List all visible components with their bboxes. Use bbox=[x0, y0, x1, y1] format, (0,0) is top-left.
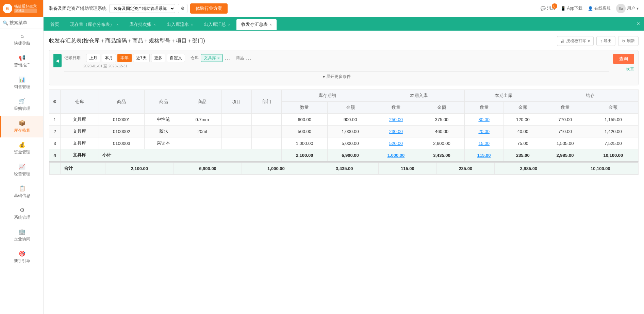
sidebar-item-basic-info[interactable]: 📋 基础信息 bbox=[0, 181, 43, 203]
subtotal-row: 4 文具库 小计 2,100.00 6,900.00 1,000.00 3,43… bbox=[49, 149, 639, 161]
row-out-qty[interactable]: 80.00 bbox=[465, 114, 503, 126]
message-action[interactable]: 💬 消息 6 bbox=[541, 5, 555, 11]
settings-gear-button[interactable]: ⚙ bbox=[178, 4, 187, 13]
row-close-amt: 1,155.00 bbox=[588, 114, 638, 126]
sidebar-item-quick-nav[interactable]: ⌂ 快捷导航 bbox=[0, 29, 43, 50]
sales-icon: 📊 bbox=[19, 76, 26, 83]
tab-batch[interactable]: 库存批次账 × bbox=[125, 19, 160, 30]
header-right: 💬 消息 6 📱 App下载 👤 在线客服 Ea 用户 ▾ bbox=[541, 4, 639, 13]
tab-close-inout-summary[interactable]: × bbox=[228, 22, 230, 27]
row-warehouse: 文具库 bbox=[61, 126, 99, 137]
row-open-amt: 900.00 bbox=[327, 114, 373, 126]
tab-close-stock-dist[interactable]: × bbox=[116, 22, 118, 27]
col-close-qty: 数量 bbox=[542, 102, 588, 114]
system-select[interactable]: 装备及固定资产辅助管理系统 bbox=[109, 4, 175, 13]
date-btn-last-month[interactable]: 上月 bbox=[86, 54, 100, 62]
row-in-qty[interactable]: 230.00 bbox=[373, 126, 419, 137]
export-button[interactable]: ↑ 导出 bbox=[596, 36, 615, 46]
table-row: 1 文具库 0100001 中性笔 0.7mm 600.00 900.00 25… bbox=[49, 114, 639, 126]
row-warehouse: 文具库 bbox=[61, 137, 99, 149]
footer-total-table: 合计 2,100.00 6,900.00 1,000.00 3,435.00 1… bbox=[49, 162, 638, 175]
export-icon: ↑ bbox=[600, 39, 602, 44]
query-button[interactable]: 查询 bbox=[613, 54, 634, 64]
footer-total-bar: 合计 2,100.00 6,900.00 1,000.00 3,435.00 1… bbox=[49, 161, 639, 175]
tab-receive-summary[interactable]: 收发存汇总表 × bbox=[236, 19, 277, 30]
refresh-button[interactable]: ↻ 刷新 bbox=[618, 36, 639, 46]
chevron-down-icon: ▾ bbox=[637, 6, 639, 11]
goods-more-dots[interactable]: ... bbox=[246, 55, 251, 61]
subtotal-in-qty[interactable]: 1,000.00 bbox=[373, 149, 419, 161]
sidebar-item-sales[interactable]: 📊 销售管理 bbox=[0, 72, 43, 94]
sidebar-item-purchase[interactable]: 🛒 采购管理 bbox=[0, 94, 43, 116]
row-project bbox=[221, 137, 251, 149]
page-title-bar: 收发存汇总表(按仓库＋商品编码＋商品＋规格型号＋项目＋部门) 🖨 按模板打印 ▾… bbox=[49, 36, 639, 46]
row-open-amt: 5,000.00 bbox=[327, 137, 373, 149]
trial-button[interactable]: 体验行业方案 bbox=[190, 3, 228, 14]
row-open-qty: 500.00 bbox=[282, 126, 327, 137]
sidebar-item-inventory[interactable]: 📦 库存核算 bbox=[0, 116, 43, 137]
row-department bbox=[252, 126, 282, 137]
tab-inout-summary[interactable]: 出入库汇总 × bbox=[199, 19, 235, 30]
tab-stock-dist[interactable]: 现存量（库存分布表） × bbox=[65, 19, 123, 30]
filter-right: 查询 设置 bbox=[609, 54, 634, 72]
total-in-amt: 3,435.00 bbox=[310, 162, 379, 175]
user-action[interactable]: Ea 用户 ▾ bbox=[616, 4, 639, 13]
tab-close-batch[interactable]: × bbox=[153, 22, 155, 27]
filter-goods: 商品 ... bbox=[236, 55, 251, 61]
tab-inout-flow[interactable]: 出入库流水 × bbox=[162, 19, 198, 30]
filter-settings-link[interactable]: 设置 bbox=[626, 66, 634, 72]
sidebar-item-enterprise[interactable]: 🏢 企业协同 bbox=[0, 225, 43, 246]
sidebar-item-system[interactable]: ⚙ 系统管理 bbox=[0, 203, 43, 225]
row-in-qty[interactable]: 520.00 bbox=[373, 137, 419, 149]
page-inner: 收发存汇总表(按仓库＋商品编码＋商品＋规格型号＋项目＋部门) 🖨 按模板打印 ▾… bbox=[44, 31, 644, 314]
total-close-qty: 2,985.00 bbox=[494, 162, 563, 175]
row-in-qty[interactable]: 250.00 bbox=[373, 114, 419, 126]
row-goods-name: 胶水 bbox=[145, 126, 183, 137]
sidebar-logo: 6 畅捷通好生意 标准版 bbox=[0, 0, 43, 17]
col-close-amt: 金额 bbox=[588, 102, 638, 114]
sidebar-item-finance[interactable]: 💰 资金管理 bbox=[0, 137, 43, 159]
filter-toggle-button[interactable]: ◀ bbox=[53, 54, 62, 67]
subtotal-no: 4 bbox=[49, 149, 61, 161]
date-btn-last-7[interactable]: 近7天 bbox=[133, 54, 150, 62]
sidebar-item-marketing[interactable]: 📢 营销推广 bbox=[0, 50, 43, 72]
date-btn-custom[interactable]: 自定义 bbox=[167, 54, 185, 62]
row-close-qty: 770.00 bbox=[542, 114, 588, 126]
warehouse-label: 仓库 bbox=[191, 55, 199, 61]
tab-close-receive-summary[interactable]: × bbox=[270, 22, 272, 27]
tabs-close-all-button[interactable]: × bbox=[634, 21, 643, 27]
row-in-amt: 2,600.00 bbox=[419, 137, 464, 149]
logo-icon: 6 bbox=[3, 4, 12, 13]
sidebar-item-operations[interactable]: 📈 经营管理 bbox=[0, 159, 43, 181]
col-group-out: 本期出库 bbox=[465, 90, 542, 102]
row-no: 3 bbox=[49, 137, 61, 149]
date-btn-this-month[interactable]: 本月 bbox=[102, 54, 116, 62]
total-out-qty: 115.00 bbox=[379, 162, 436, 175]
col-group-opening: 库存期初 bbox=[282, 90, 373, 102]
warehouse-more-dots[interactable]: ... bbox=[225, 55, 230, 61]
tab-home[interactable]: 首页 bbox=[46, 19, 64, 30]
sidebar-item-guide[interactable]: 🎯 新手引导 bbox=[0, 246, 43, 268]
table-row: 3 文具库 0100003 采访本 1,000.00 5,000.00 520.… bbox=[49, 137, 639, 149]
home-icon: ⌂ bbox=[20, 33, 24, 39]
online-service-action[interactable]: 👤 在线客服 bbox=[588, 5, 611, 11]
date-btn-this-year[interactable]: 本年 bbox=[117, 54, 132, 62]
enterprise-icon: 🏢 bbox=[19, 229, 26, 235]
col-settings[interactable]: ⚙ bbox=[49, 90, 61, 114]
col-in-qty: 数量 bbox=[373, 102, 419, 114]
row-out-qty[interactable]: 20.00 bbox=[465, 126, 503, 137]
row-out-qty[interactable]: 15.00 bbox=[465, 137, 503, 149]
warehouse-tag-close[interactable]: × bbox=[217, 56, 220, 61]
app-download-action[interactable]: 📱 App下载 bbox=[561, 5, 582, 11]
row-warehouse: 文具库 bbox=[61, 114, 99, 126]
col-project-header: 项目 bbox=[221, 90, 251, 114]
row-project bbox=[221, 126, 251, 137]
subtotal-out-qty[interactable]: 115.00 bbox=[465, 149, 503, 161]
date-btn-more[interactable]: 更多 bbox=[151, 54, 165, 62]
logo-text: 畅捷通好生意 标准版 bbox=[14, 4, 37, 13]
print-button[interactable]: 🖨 按模板打印 ▾ bbox=[557, 36, 594, 46]
row-no: 1 bbox=[49, 114, 61, 126]
expand-more-btn[interactable]: ▾ 展开更多条件 bbox=[64, 71, 609, 82]
sidebar-search[interactable]: 🔍 搜索菜单 bbox=[0, 17, 43, 29]
tab-close-inout-flow[interactable]: × bbox=[191, 22, 193, 27]
